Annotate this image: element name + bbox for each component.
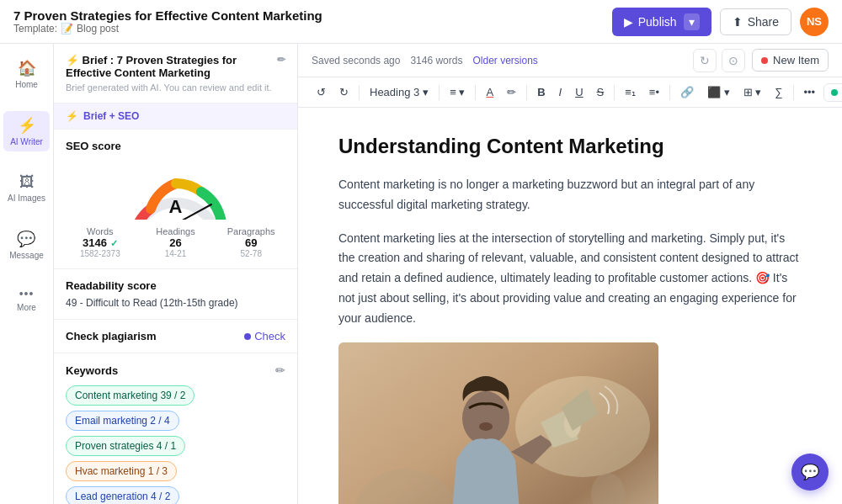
- keyword-tag-email-marketing[interactable]: Email marketing 2 / 4: [66, 411, 179, 431]
- gauge-wrap: A: [121, 161, 231, 220]
- sidebar-item-home[interactable]: 🏠 Home: [8, 54, 45, 94]
- list-ul-button[interactable]: ≡•: [644, 82, 664, 102]
- publish-label: Publish: [638, 15, 677, 29]
- formula-button[interactable]: ∑: [770, 82, 787, 102]
- word-count: 3146 words: [410, 55, 462, 66]
- template-label: Template:: [13, 23, 57, 34]
- redo-button[interactable]: ↻: [334, 82, 354, 102]
- heading-caret: ▾: [423, 86, 429, 98]
- brief-seo-section[interactable]: ⚡ Brief + SEO: [54, 103, 297, 130]
- topbar-right: ▶ Publish ▾ ⬆ Share NS: [612, 8, 829, 36]
- check-label: Check: [254, 330, 285, 342]
- ai-writer-icon: ⚡: [18, 116, 36, 135]
- sidebar-item-ai-writer[interactable]: ⚡ AI Writer: [3, 111, 50, 151]
- toolbar-sep-5: [614, 85, 615, 100]
- content-image-svg: [338, 342, 658, 504]
- check-dot-icon: [244, 333, 251, 340]
- keywords-title: Keywords: [66, 364, 118, 377]
- publish-icon: ▶: [624, 15, 633, 29]
- sidebar-item-ai-images[interactable]: 🖼 AI Images: [1, 168, 52, 208]
- svg-point-7: [479, 422, 493, 431]
- content-para1: Content marketing is no longer a marketi…: [338, 175, 802, 215]
- toolbar-sep-1: [359, 85, 360, 100]
- sidebar-item-more[interactable]: ••• More: [10, 282, 43, 317]
- plagiarism-check-button[interactable]: Check: [244, 330, 285, 342]
- content-heading: Understanding Content Marketing: [338, 135, 802, 158]
- avatar-initials: NS: [807, 15, 822, 28]
- list-ol-button[interactable]: ≡₁: [620, 82, 641, 102]
- refresh-icon-2[interactable]: ⊙: [722, 49, 745, 72]
- template-info: Template: 📝 Blog post: [13, 23, 322, 34]
- svg-point-3: [515, 376, 650, 477]
- readability-score: 49 - Difficult to Read (12th-15th grade): [66, 297, 285, 309]
- topbar-left: 7 Proven Strategies for Effective Conten…: [13, 8, 322, 34]
- link-button[interactable]: 🔗: [675, 82, 699, 102]
- align-button[interactable]: ≡ ▾: [445, 82, 470, 102]
- image-button[interactable]: ⬛ ▾: [702, 82, 735, 102]
- topbar: 7 Proven Strategies for Effective Conten…: [0, 0, 842, 44]
- bold-button[interactable]: B: [532, 82, 550, 102]
- underline-button[interactable]: U: [570, 82, 588, 102]
- keyword-tag-content-marketing[interactable]: Content marketing 39 / 2: [66, 385, 195, 406]
- brief-subtitle: Brief generated with AI. You can review …: [66, 82, 285, 93]
- share-icon: ⬆: [733, 15, 743, 29]
- editor-content[interactable]: Understanding Content Marketing Content …: [298, 108, 842, 504]
- heading-select[interactable]: Heading 3 ▾: [365, 82, 434, 102]
- words-check: ✓: [110, 238, 118, 248]
- italic-button[interactable]: I: [554, 82, 568, 102]
- edit-icon[interactable]: ✏: [277, 54, 285, 66]
- undo-button[interactable]: ↺: [312, 82, 331, 102]
- brief-header: ⚡ Brief : 7 Proven Strategies for Effect…: [54, 44, 297, 103]
- strikethrough-button[interactable]: S: [592, 82, 610, 102]
- heading-label: Heading 3: [370, 86, 419, 98]
- content-para2: Content marketing lies at the intersecti…: [338, 229, 802, 329]
- seo-panel: ⚡ Brief : 7 Proven Strategies for Effect…: [54, 44, 298, 504]
- editor-area: Saved seconds ago 3146 words Older versi…: [298, 44, 842, 504]
- chat-icon: 💬: [801, 463, 819, 481]
- new-item-button[interactable]: New Item: [752, 49, 829, 72]
- keywords-section: Keywords ✏ Content marketing 39 / 2 Emai…: [54, 353, 297, 504]
- toolbar-sep-3: [475, 85, 476, 100]
- sidebar-home-label: Home: [15, 80, 38, 89]
- main-layout: 🏠 Home ⚡ AI Writer 🖼 AI Images 💬 Message…: [0, 44, 842, 504]
- sidebar-item-message[interactable]: 💬 Message: [3, 225, 51, 265]
- toolbar-sep-2: [439, 85, 440, 100]
- home-icon: 🏠: [18, 59, 36, 77]
- template-icon: 📝: [61, 23, 73, 34]
- refresh-icon-1[interactable]: ↻: [693, 49, 717, 72]
- seo-score-section: SEO score: [54, 130, 297, 269]
- plagiarism-title: Check plagiarism: [66, 330, 157, 342]
- font-color-button[interactable]: A: [481, 82, 498, 102]
- saved-text: Saved seconds ago: [312, 55, 400, 66]
- editor-topbar: Saved seconds ago 3146 words Older versi…: [298, 44, 842, 77]
- sidebar-ai-images-label: AI Images: [8, 194, 45, 203]
- older-versions-link[interactable]: Older versions: [472, 55, 537, 66]
- message-icon: 💬: [17, 230, 35, 248]
- publish-caret[interactable]: ▾: [684, 13, 700, 30]
- template-name: Blog post: [77, 23, 119, 34]
- avatar[interactable]: NS: [800, 8, 829, 36]
- brief-seo-icon: ⚡: [66, 110, 78, 122]
- table-button[interactable]: ⊞ ▾: [738, 82, 767, 102]
- more-icon: •••: [19, 287, 35, 300]
- keywords-edit-icon[interactable]: ✏: [275, 363, 285, 377]
- editor-toolbar: ↺ ↻ Heading 3 ▾ ≡ ▾ A ✏ B I U S ≡₁ ≡• 🔗 …: [298, 77, 842, 108]
- editor-topbar-left: Saved seconds ago 3146 words Older versi…: [312, 55, 538, 66]
- sidebar-ai-writer-label: AI Writer: [10, 137, 43, 146]
- keyword-tag-hvac-marketing[interactable]: Hvac marketing 1 / 3: [66, 461, 177, 481]
- keyword-tag-proven-strategies[interactable]: Proven strategies 4 / 1: [66, 436, 185, 456]
- more-toolbar-button[interactable]: •••: [799, 82, 821, 102]
- share-button[interactable]: ⬆ Share: [720, 8, 791, 35]
- sidebar-message-label: Message: [9, 251, 44, 260]
- plagiarism-section: Check plagiarism Check: [54, 320, 297, 353]
- editor-topbar-right: ↻ ⊙ New Item: [693, 49, 829, 72]
- highlight-button[interactable]: ✏: [502, 82, 521, 102]
- publish-button[interactable]: ▶ Publish ▾: [612, 8, 711, 36]
- seo-stat-headings: Headings 26 14-21: [141, 226, 210, 258]
- page-title: 7 Proven Strategies for Effective Conten…: [13, 8, 322, 23]
- keyword-tag-lead-generation[interactable]: Lead generation 4 / 2: [66, 486, 179, 504]
- seo-stats: Words 3146 ✓ 1582-2373 Headings 26 14-21…: [66, 226, 285, 258]
- editing-badge[interactable]: Editing ▾: [823, 83, 842, 102]
- chat-button[interactable]: 💬: [791, 454, 829, 491]
- seo-gauge: A: [66, 161, 285, 220]
